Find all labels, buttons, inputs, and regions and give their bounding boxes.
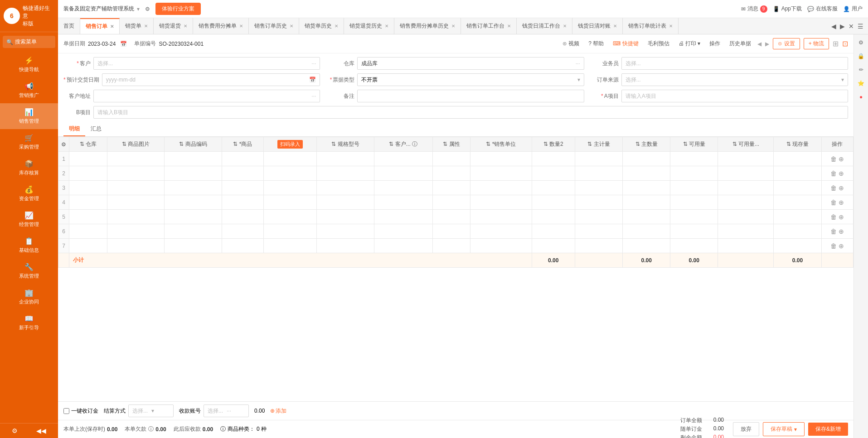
expand-icon[interactable]: ⊡	[842, 39, 848, 48]
tab-sales-expense[interactable]: 销售费用分摊单 ✕	[193, 18, 249, 34]
delete-icon[interactable]: 🗑	[830, 170, 837, 177]
logistics-button[interactable]: + 物流	[804, 38, 829, 49]
tab-prev-button[interactable]: ◀	[829, 22, 838, 31]
right-lock-icon[interactable]: 🔒	[855, 50, 868, 63]
row-qty2[interactable]	[532, 152, 575, 166]
copy-icon[interactable]: ⊕	[839, 170, 844, 177]
profit-btn[interactable]: 毛利预估	[645, 39, 672, 48]
copy-icon[interactable]: ⊕	[839, 242, 844, 250]
sidebar-item-quicknav[interactable]: ⚡ 快捷导航	[0, 52, 58, 77]
row-name[interactable]	[222, 152, 263, 166]
sidebar-item-corp[interactable]: 🏢 企业协同	[0, 284, 58, 310]
row-warehouse[interactable]	[69, 152, 107, 166]
tab-close-icon[interactable]: ✕	[290, 24, 293, 29]
app-download-button[interactable]: 📱 App下载	[773, 5, 802, 13]
delete-icon[interactable]: 🗑	[830, 199, 837, 206]
tab-close-icon[interactable]: ✕	[335, 24, 338, 29]
tab-sales-return-history[interactable]: 销货退货历史 ✕	[344, 18, 394, 34]
online-support-button[interactable]: 💬 在线客服	[807, 5, 838, 13]
copy-icon[interactable]: ⊕	[839, 213, 844, 221]
tab-close-icon[interactable]: ✕	[507, 24, 511, 29]
tab-next-button[interactable]: ▶	[838, 22, 847, 31]
a-project-input[interactable]: 请输入A项目	[621, 90, 848, 102]
topbar-settings-icon[interactable]: ⚙	[145, 6, 150, 12]
account-select[interactable]: 选择... ···	[204, 404, 249, 417]
user-button[interactable]: 👤 用户	[843, 5, 863, 13]
nav-next-icon[interactable]: ▶	[765, 41, 769, 47]
warehouse-input[interactable]: 成品库 ···	[357, 57, 584, 70]
tab-close-icon[interactable]: ✕	[144, 24, 148, 29]
tab-close-icon[interactable]: ✕	[563, 24, 567, 29]
calendar-icon[interactable]: 📅	[120, 41, 127, 47]
tab-close-icon[interactable]: ✕	[613, 24, 617, 29]
sidebar-item-guide[interactable]: 📖 新手引导	[0, 310, 58, 336]
sidebar-item-finance[interactable]: 💰 资金管理	[0, 181, 58, 207]
sidebar-item-operations[interactable]: 📈 经营管理	[0, 207, 58, 232]
history-btn[interactable]: 历史单据	[727, 39, 754, 48]
print-btn[interactable]: 🖨 打印 ▾	[676, 39, 703, 48]
right-alert-icon[interactable]: ●	[855, 91, 868, 103]
tab-close-all-button[interactable]: ✕	[847, 22, 856, 31]
tab-detail[interactable]: 明细	[63, 122, 85, 136]
sidebar-item-system[interactable]: 🔧 系统管理	[0, 258, 58, 284]
right-edit-icon[interactable]: ✏	[855, 63, 868, 76]
sidebar-item-base[interactable]: 📋 基础信息	[0, 232, 58, 258]
row-code[interactable]	[165, 152, 222, 166]
save-new-button[interactable]: 保存&新增	[808, 423, 848, 436]
tab-close-icon[interactable]: ✕	[669, 24, 673, 29]
col-gear[interactable]: ⚙	[58, 137, 69, 152]
sidebar-item-inventory[interactable]: 📦 库存核算	[0, 155, 58, 181]
settings-button[interactable]: ⊙ 设置	[773, 38, 800, 49]
tab-close-icon[interactable]: ✕	[110, 24, 114, 29]
copy-icon[interactable]: ⊕	[839, 228, 844, 235]
ops-btn[interactable]: 操作	[707, 39, 723, 48]
delivery-input[interactable]: yyyy-mm-dd 📅	[102, 73, 320, 86]
right-star-icon[interactable]: ⭐	[855, 77, 868, 90]
shortcut-btn[interactable]: ⌨ 快捷键	[610, 39, 641, 48]
tab-cash-reconcile[interactable]: 钱货日清对账 ✕	[572, 18, 623, 34]
view-toggle-icon[interactable]: ⊞	[833, 39, 839, 48]
copy-icon[interactable]: ⊕	[839, 184, 844, 192]
order-source-select[interactable]: 选择... ▾	[621, 73, 848, 86]
right-settings-icon[interactable]: ⚙	[855, 36, 868, 49]
sidebar-item-sales[interactable]: 📊 销售管理	[0, 103, 58, 129]
tab-sales-expense-history[interactable]: 销售费用分摊单历史 ✕	[394, 18, 461, 34]
add-button[interactable]: ⊕ 添加	[270, 407, 286, 415]
note-input[interactable]	[357, 90, 584, 102]
nav-prev-icon[interactable]: ◀	[757, 41, 761, 47]
tab-close-icon[interactable]: ✕	[184, 24, 187, 29]
tab-sales-order[interactable]: 销售订单 ✕	[80, 18, 120, 34]
row-main-qty[interactable]	[623, 152, 670, 166]
row-unit[interactable]	[470, 152, 532, 166]
save-draft-button[interactable]: 保存草稿 ▾	[763, 422, 805, 436]
scan-button[interactable]: 扫码录入	[277, 140, 303, 149]
delete-icon[interactable]: 🗑	[830, 155, 837, 163]
plan-button[interactable]: 体验行业方案	[155, 3, 201, 15]
tab-sales-bill[interactable]: 销货单 ✕	[120, 18, 154, 34]
address-input[interactable]: ···	[93, 90, 320, 102]
row-customer-code[interactable]	[374, 152, 432, 166]
delete-icon[interactable]: 🗑	[830, 184, 837, 192]
quick-order-checkbox[interactable]	[63, 408, 69, 414]
sidebar-item-purchase[interactable]: 🛒 采购管理	[0, 129, 58, 155]
sidebar-collapse-button[interactable]: ◀◀	[36, 427, 46, 434]
customer-input[interactable]: 选择... ···	[93, 57, 320, 70]
tab-summary[interactable]: 汇总	[85, 122, 107, 136]
discard-button[interactable]: 放弃	[733, 422, 759, 436]
sidebar-item-marketing[interactable]: 📢 营销推广	[0, 77, 58, 103]
tab-close-icon[interactable]: ✕	[451, 24, 455, 29]
help-btn[interactable]: ? 帮助	[586, 39, 606, 48]
video-btn[interactable]: ⊙ 视频	[560, 39, 582, 48]
tab-menu-button[interactable]: ☰	[856, 22, 865, 31]
b-project-input[interactable]: 请输入B项目	[93, 106, 848, 119]
tab-home[interactable]: 首页	[58, 18, 80, 34]
copy-icon[interactable]: ⊕	[839, 199, 844, 206]
tab-cash-workbench[interactable]: 钱货日清工作台 ✕	[517, 18, 572, 34]
tab-sales-order-history[interactable]: 销售订单历史 ✕	[249, 18, 299, 34]
tab-sales-workbench[interactable]: 销售订单工作台 ✕	[461, 18, 517, 34]
tab-sales-return[interactable]: 销货退货 ✕	[154, 18, 193, 34]
tab-sales-bill-history[interactable]: 销货单历史 ✕	[299, 18, 344, 34]
copy-icon[interactable]: ⊕	[839, 155, 844, 163]
staff-input[interactable]: 选择...	[621, 57, 848, 70]
delete-icon[interactable]: 🗑	[830, 213, 837, 221]
